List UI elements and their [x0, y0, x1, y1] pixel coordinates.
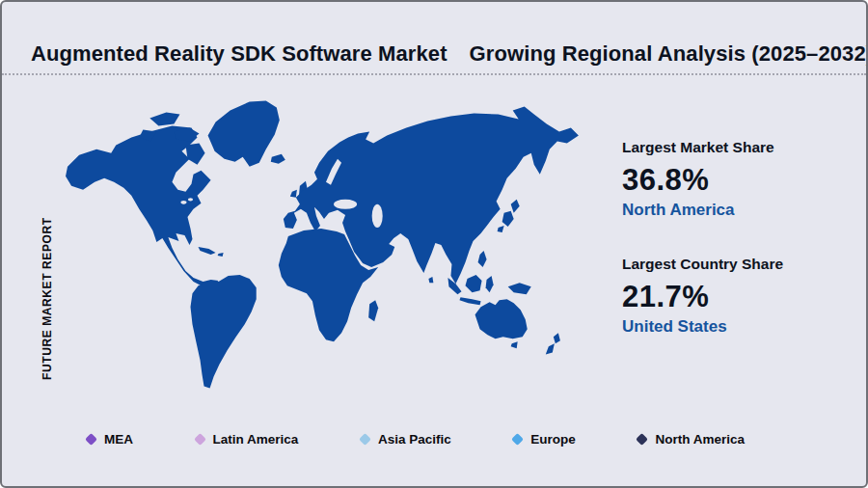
- title-market-name: Augmented Reality SDK Software Market: [31, 41, 448, 67]
- legend-label: Latin America: [213, 432, 299, 447]
- lake-great-lakes: [180, 201, 186, 204]
- legend-label: North America: [655, 432, 745, 447]
- lake-great-lakes: [188, 198, 193, 201]
- map-legend: MEA Latin America Asia Pacific Europe No…: [87, 432, 745, 447]
- diamond-icon: [637, 433, 649, 446]
- island-greenland: [208, 100, 280, 166]
- legend-label: Europe: [530, 432, 576, 447]
- stat-region: North America: [622, 201, 863, 220]
- stat-value: 36.8%: [622, 163, 863, 198]
- continent-australia: [475, 299, 528, 339]
- legend-item-latin-america: Latin America: [196, 432, 299, 447]
- island-tasmania: [511, 341, 518, 348]
- stat-label: Largest Market Share: [622, 139, 863, 156]
- dotted-divider: [2, 73, 866, 75]
- island-new-zealand: [554, 333, 560, 343]
- island-new-zealand: [546, 343, 555, 354]
- continent-south-america: [190, 275, 256, 388]
- island-ireland: [290, 190, 297, 198]
- brand-watermark: FUTURE MARKET REPORT: [41, 226, 54, 380]
- diamond-icon: [194, 433, 206, 446]
- island-japan: [502, 211, 514, 227]
- world-map-image: [58, 89, 600, 409]
- stat-label: Largest Country Share: [622, 256, 863, 273]
- island-japan: [511, 200, 520, 213]
- island-sri-lanka: [428, 277, 433, 283]
- diamond-icon: [511, 433, 524, 446]
- sea-black-sea: [334, 200, 357, 209]
- stat-largest-country-share: Largest Country Share 21.7% United State…: [622, 256, 863, 337]
- legend-item-mea: MEA: [87, 432, 133, 447]
- diamond-icon: [85, 433, 97, 446]
- island-borneo: [466, 275, 482, 292]
- arctic-island: [185, 144, 204, 165]
- island-japan: [498, 226, 504, 232]
- island-new-guinea: [508, 283, 531, 294]
- island-madagascar: [368, 300, 378, 321]
- infographic-frame: Augmented Reality SDK Software Market Gr…: [0, 0, 868, 488]
- stat-value: 21.7%: [622, 280, 863, 314]
- sea-caspian: [372, 204, 383, 228]
- island-iceland: [271, 154, 285, 164]
- stat-region: United States: [622, 317, 863, 337]
- title-analysis-range: Growing Regional Analysis (2025–2032): [470, 41, 868, 67]
- legend-label: MEA: [104, 432, 133, 447]
- arctic-island: [149, 112, 179, 125]
- island-sulawesi: [486, 276, 494, 292]
- legend-item-north-america: North America: [637, 432, 745, 447]
- legend-label: Asia Pacific: [378, 432, 451, 447]
- stat-largest-market-share: Largest Market Share 36.8% North America: [622, 139, 863, 220]
- island-hispaniola: [218, 253, 224, 257]
- island-cuba: [199, 247, 216, 255]
- legend-item-europe: Europe: [513, 432, 576, 447]
- legend-item-asia-pacific: Asia Pacific: [361, 432, 451, 447]
- island-java: [459, 297, 480, 305]
- island-philippines: [478, 251, 487, 267]
- page-title: Augmented Reality SDK Software Market Gr…: [31, 41, 868, 67]
- diamond-icon: [359, 433, 371, 446]
